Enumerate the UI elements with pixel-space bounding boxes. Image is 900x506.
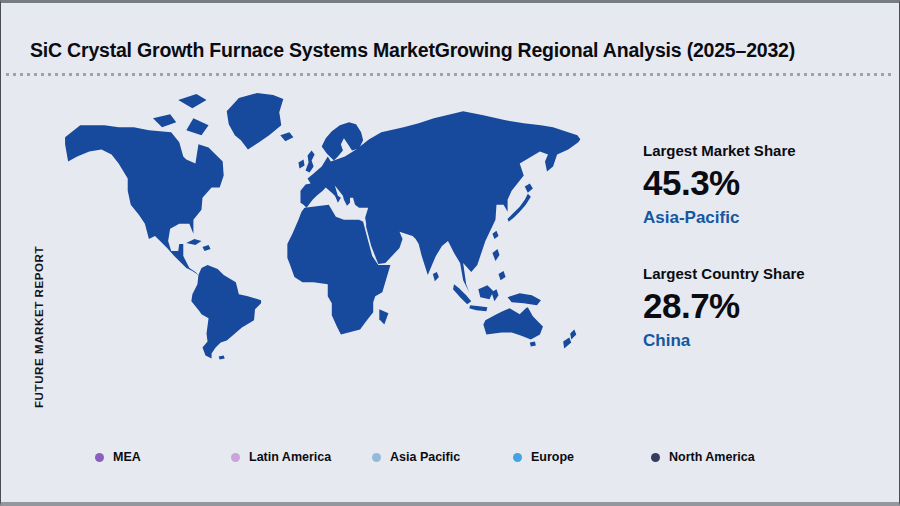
brand-vertical-text: FUTURE MARKET REPORT [33,232,45,408]
latin-america-dot-icon [231,453,240,462]
stats-panel: Largest Market Share 45.3% Asia-Pacific … [643,143,893,389]
world-map-svg [57,80,645,432]
world-map [57,80,645,432]
legend-label: Latin America [249,450,331,464]
stat-label: Largest Market Share [643,143,893,159]
stat-region: Asia-Pacific [643,206,893,230]
north-america-dot-icon [651,453,660,462]
legend-item-north-america: North America [651,447,755,467]
page-title: SiC Crystal Growth Furnace Systems Marke… [30,39,795,62]
legend-item-asia-pacific: Asia Pacific [372,447,460,467]
europe-dot-icon [513,453,522,462]
stat-largest-country-share: Largest Country Share 28.7% China [643,266,893,353]
stat-value: 28.7% [643,284,893,328]
legend: MEA Latin America Asia Pacific Europe No… [0,447,900,467]
legend-item-mea: MEA [95,447,141,467]
stat-label: Largest Country Share [643,266,893,282]
stat-largest-market-share: Largest Market Share 45.3% Asia-Pacific [643,143,893,230]
asia-pacific-dot-icon [372,453,381,462]
legend-label: Asia Pacific [390,450,460,464]
dotted-divider [6,73,894,76]
legend-label: Europe [531,450,574,464]
legend-label: North America [669,450,755,464]
mea-dot-icon [95,453,104,462]
legend-item-latin-america: Latin America [231,447,331,467]
stat-region: China [643,329,893,353]
legend-item-europe: Europe [513,447,574,467]
stat-value: 45.3% [643,161,893,205]
legend-label: MEA [113,450,141,464]
